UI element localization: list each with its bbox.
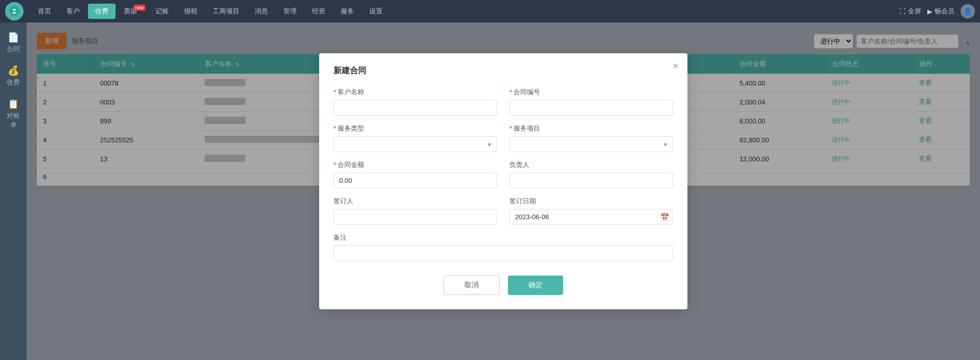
signer-label: 签订人 [333,197,497,206]
modal-footer: 取消 确定 [333,276,673,295]
required-star: * [333,161,336,169]
contract-no-input[interactable] [509,100,673,116]
fullscreen-icon: ⛶ [899,8,906,15]
contract-no-field: * 合同编号 [509,88,673,116]
modal-overlay: 新建合同 × * 客户名称 * 合同编号 * [27,23,980,360]
sign-date-label: 签订日期 [509,197,673,206]
nav-operations[interactable]: 经营 [305,4,332,19]
nav-customer[interactable]: 客户 [59,4,87,19]
calendar-icon[interactable]: 📅 [660,213,669,221]
nav-settings[interactable]: 设置 [362,4,390,19]
sign-date-field: 签订日期 📅 [509,197,673,225]
customer-name-input[interactable] [333,100,497,116]
nav-messages[interactable]: 消息 [248,4,275,19]
contract-form: * 客户名称 * 合同编号 * 服务类型 [333,88,673,261]
sign-date-wrap: 📅 [509,209,673,225]
contract-amount-input[interactable] [333,173,497,188]
contract-amount-field: * 合同金额 [333,160,497,188]
member-button[interactable]: ▶ 畅会员 [927,7,954,16]
fees-icon: 💰 [8,65,19,76]
remarks-field: 备注 [333,233,673,261]
customer-name-field: * 客户名称 [333,88,497,116]
nav-service[interactable]: 服务 [333,4,361,19]
service-type-select[interactable] [333,136,497,152]
nav-items: 首页 客户 收费 票据 new 记账 报税 工商项目 消息 管理 经营 服务 设… [31,4,899,19]
new-badge: new [133,5,145,11]
responsible-person-input[interactable] [509,173,673,188]
nav-tickets[interactable]: 票据 new [117,4,147,19]
avatar-icon: 👤 [964,8,972,15]
play-icon: ▶ [927,8,932,15]
modal-close-button[interactable]: × [673,61,678,71]
service-type-select-wrap: ▼ [333,136,497,152]
required-star: * [509,88,512,96]
service-item-label: * 服务项目 [509,124,673,133]
sign-date-input[interactable] [509,209,673,225]
modal-title: 新建合同 [333,66,673,76]
contract-amount-label: * 合同金额 [333,160,497,170]
new-contract-modal: 新建合同 × * 客户名称 * 合同编号 * [319,53,687,309]
responsible-person-field: 负责人 [509,160,673,188]
nav-home[interactable]: 首页 [31,4,58,19]
remarks-label: 备注 [333,233,673,242]
customer-name-label: * 客户名称 [333,88,497,97]
user-avatar[interactable]: 👤 [961,4,975,18]
service-item-select[interactable] [509,136,673,152]
remarks-input[interactable] [333,245,673,261]
signer-field: 签订人 [333,197,497,225]
cancel-button[interactable]: 取消 [443,276,500,295]
nav-right: ⛶ 全屏 ▶ 畅会员 👤 [899,4,975,18]
app-logo [5,2,24,20]
sidebar-item-fees[interactable]: 💰 收费 [1,61,26,91]
confirm-button[interactable]: 确定 [508,276,563,295]
contract-icon: 📄 [8,32,19,43]
nav-business[interactable]: 工商项目 [206,4,247,19]
service-type-label: * 服务类型 [333,124,497,133]
service-item-select-wrap: ▼ [509,136,673,152]
service-type-field: * 服务类型 ▼ [333,124,497,152]
statement-icon: 📋 [8,98,19,110]
nav-manage[interactable]: 管理 [276,4,304,19]
signer-input[interactable] [333,209,497,225]
top-navigation: 首页 客户 收费 票据 new 记账 报税 工商项目 消息 管理 经营 服务 设… [0,0,980,23]
fullscreen-button[interactable]: ⛶ 全屏 [899,7,921,16]
nav-fees[interactable]: 收费 [88,4,116,19]
nav-bookkeeping[interactable]: 记账 [148,4,176,19]
contract-no-label: * 合同编号 [509,88,673,97]
required-star: * [333,124,336,133]
sidebar-item-statement[interactable]: 📋 对账单 [1,94,26,134]
required-star: * [509,124,512,133]
service-item-field: * 服务项目 ▼ [509,124,673,152]
required-star: * [333,88,336,96]
sidebar-item-contract[interactable]: 📄 合同 [1,28,26,58]
responsible-person-label: 负责人 [509,160,673,170]
left-sidebar: 📄 合同 💰 收费 📋 对账单 [0,23,27,360]
nav-tax[interactable]: 报税 [177,4,205,19]
svg-point-0 [9,6,19,16]
